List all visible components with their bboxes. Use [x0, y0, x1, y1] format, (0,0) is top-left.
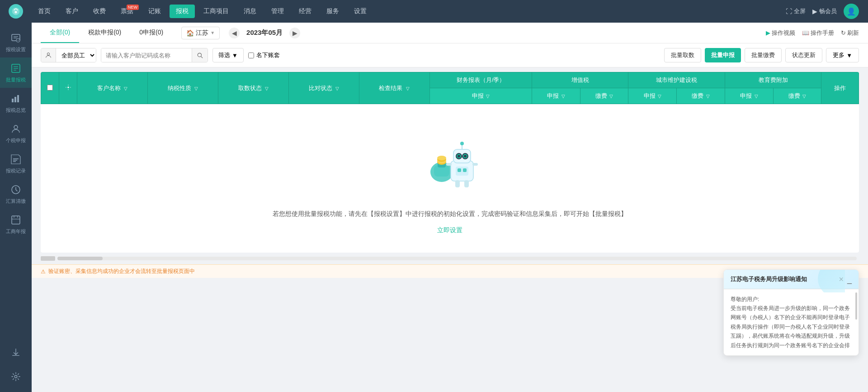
customer-filter-icon[interactable]: ▽	[124, 86, 127, 91]
checkresult-filter-icon[interactable]: ▽	[406, 86, 410, 91]
nav-item-manage[interactable]: 管理	[265, 5, 290, 18]
app-logo[interactable]	[5, 0, 27, 23]
accounts-checkbox-label[interactable]: 名下账套	[248, 51, 280, 59]
col-fetch-status: 取数状态 ▽	[218, 72, 288, 104]
batch-tax-label: 批量报税	[6, 76, 26, 83]
province-selector[interactable]: 🏠 江苏 ▼	[181, 27, 220, 39]
taxtype-filter-icon[interactable]: ▽	[194, 86, 198, 91]
search-box	[101, 48, 208, 62]
sidebar-item-tax-overview[interactable]: 报税总览	[0, 88, 32, 118]
svg-point-19	[47, 53, 49, 55]
table-body: 若您想使用批量报税功能，请先在【报税设置】中进行报税的初始化设置，完成密码验证和…	[41, 104, 859, 253]
svg-rect-47	[463, 168, 467, 172]
province-flag-icon: 🏠	[186, 29, 194, 37]
empty-state: 若您想使用批量报税功能，请先在【报税设置】中进行报税的初始化设置，完成密码验证和…	[41, 104, 859, 253]
tax-records-label: 报税记录	[6, 167, 26, 174]
sidebar-item-batch-tax[interactable]: 批量报税	[0, 57, 32, 88]
nav-item-customer[interactable]: 客户	[59, 5, 85, 18]
nav-item-fee[interactable]: 收费	[87, 5, 112, 18]
tax-overview-icon	[9, 92, 22, 105]
next-month-button[interactable]: ▶	[289, 28, 300, 38]
col-urban-declare: 申报 ▽	[628, 88, 677, 104]
member-button[interactable]: ▶ 畅会员	[812, 7, 837, 15]
tab-zero-declare[interactable]: 0申报(0)	[130, 23, 172, 43]
edupay-filter-icon[interactable]: ▽	[802, 94, 806, 99]
batch-pay-button[interactable]: 批量缴费	[745, 48, 782, 62]
col-operations: 操作	[821, 72, 859, 104]
notification-scrollbar[interactable]	[855, 292, 857, 320]
nav-item-settings[interactable]: 设置	[348, 5, 373, 18]
sidebar-bottom-settings[interactable]	[0, 366, 32, 387]
batch-declare-button[interactable]: 批量申报	[705, 48, 741, 62]
refresh-action[interactable]: ↻ 刷新	[841, 29, 859, 37]
sidebar-item-annual-report[interactable]: 工商年报	[0, 209, 32, 239]
fullscreen-button[interactable]: ⛶ 全屏	[786, 7, 806, 15]
col-settings	[59, 72, 77, 104]
svg-rect-44	[464, 180, 469, 187]
select-all-checkbox[interactable]	[47, 85, 53, 91]
svg-rect-43	[455, 180, 460, 187]
batch-fetch-button[interactable]: 批量取数	[664, 48, 701, 62]
settlement-label: 汇算清缴	[6, 198, 26, 205]
employee-dropdown[interactable]: 全部员工	[56, 48, 96, 62]
sidebar-item-personal-tax[interactable]: 个税申报	[0, 118, 32, 148]
notification-minimize[interactable]: _	[847, 275, 852, 283]
empty-text: 若您想使用批量报税功能，请先在【报税设置】中进行报税的初始化设置，完成密码验证和…	[273, 208, 627, 220]
video-action[interactable]: ▶ 操作视频	[766, 29, 795, 37]
urbanpay-filter-icon[interactable]: ▽	[706, 94, 710, 99]
employee-select[interactable]: 全部员工	[41, 48, 96, 62]
nav-item-service[interactable]: 服务	[320, 5, 345, 18]
personal-tax-label: 个税申报	[6, 137, 26, 144]
tab-tax-declare[interactable]: 税款申报(0)	[79, 23, 130, 43]
svg-point-0	[14, 11, 17, 14]
svg-point-12	[14, 125, 18, 129]
nav-item-home[interactable]: 首页	[32, 5, 57, 18]
svg-point-18	[14, 375, 17, 378]
sidebar-item-tax-settings[interactable]: 报税设置	[0, 27, 32, 57]
sidebar-bottom-download[interactable]	[0, 342, 32, 363]
col-vat-pay: 缴费 ▽	[580, 88, 628, 104]
nav-item-business[interactable]: 工商项目	[197, 5, 235, 18]
tab-all[interactable]: 全部(0)	[41, 23, 79, 43]
more-button[interactable]: 更多 ▼	[826, 48, 859, 62]
sidebar-item-tax-records[interactable]: 报税记录	[0, 148, 32, 179]
accounts-checkbox[interactable]	[248, 53, 254, 58]
nav-right: ⛶ 全屏 ▶ 畅会员 👤	[786, 4, 859, 19]
vatpay-filter-icon[interactable]: ▽	[609, 94, 613, 99]
svg-point-35	[458, 155, 460, 158]
notification-text: 尊敬的用户: 受当前电子税务局进一步升级的影响，同一个政务网账号（办税人）名下的…	[731, 295, 852, 350]
financialdeclare-filter-icon[interactable]: ▽	[486, 94, 490, 99]
urbandeclare-filter-icon[interactable]: ▽	[658, 94, 661, 99]
user-avatar[interactable]: 👤	[844, 4, 859, 19]
member-icon: ▶	[812, 8, 817, 15]
tax-settings-label: 报税设置	[6, 46, 26, 53]
col-vat-declare: 申报 ▽	[532, 88, 580, 104]
status-update-button[interactable]: 状态更新	[785, 48, 822, 62]
search-input[interactable]	[101, 48, 192, 62]
search-button[interactable]	[192, 48, 208, 62]
manual-action[interactable]: 📖 操作手册	[802, 29, 834, 37]
nav-item-invoice[interactable]: 票据 NEW	[114, 5, 140, 18]
scroll-left-button[interactable]	[41, 256, 55, 261]
fetchstatus-filter-icon[interactable]: ▽	[265, 86, 269, 91]
nav-item-accounting[interactable]: 记账	[142, 5, 167, 18]
sidebar-item-settlement[interactable]: 汇算清缴	[0, 179, 32, 209]
scroll-thumb[interactable]	[57, 257, 103, 260]
filter-button[interactable]: 筛选 ▼	[212, 48, 244, 62]
edudeclare-filter-icon[interactable]: ▽	[755, 94, 758, 99]
tax-settings-icon	[9, 32, 22, 44]
nav-item-message[interactable]: 消息	[237, 5, 263, 18]
prev-month-button[interactable]: ◀	[229, 28, 240, 38]
col-compare-status: 比对状态 ▽	[288, 72, 359, 104]
scroll-track[interactable]	[57, 257, 857, 260]
robot-illustration	[418, 131, 481, 195]
vatdeclare-filter-icon[interactable]: ▽	[561, 94, 565, 99]
setup-link[interactable]: 立即设置	[437, 226, 462, 234]
nav-item-operation[interactable]: 经营	[292, 5, 318, 18]
notification-title: 江苏电子税务局升级影响通知	[731, 275, 807, 283]
comparestatus-filter-icon[interactable]: ▽	[335, 86, 339, 91]
svg-point-29	[437, 156, 446, 160]
col-vat: 增值税	[532, 72, 628, 88]
status-warning-icon: ⚠	[41, 268, 46, 275]
nav-item-tax[interactable]: 报税	[170, 5, 195, 18]
